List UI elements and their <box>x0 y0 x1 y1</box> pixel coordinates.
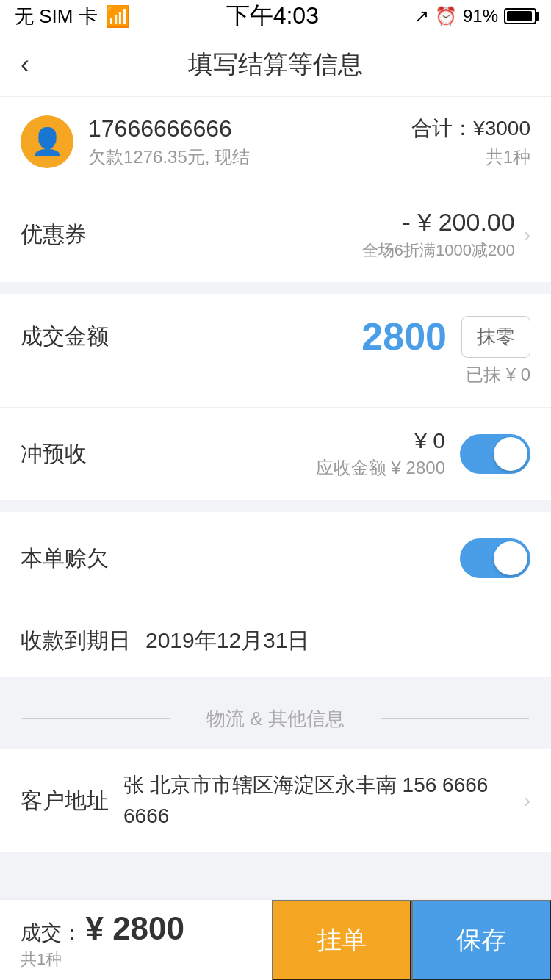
precharge-label: 冲预收 <box>21 439 87 469</box>
user-info-text: 17666666666 欠款1276.35元, 现结 <box>88 115 250 169</box>
precharge-value: ¥ 0 <box>316 428 445 453</box>
user-left: 👤 17666666666 欠款1276.35元, 现结 <box>21 115 250 169</box>
user-info-card: 👤 17666666666 欠款1276.35元, 现结 合计：¥3000 共1… <box>0 97 551 282</box>
location-icon: ↗ <box>414 6 429 26</box>
nav-bar: ‹ 填写结算等信息 <box>0 32 551 97</box>
precharge-amount: ¥ 0 应收金额 ¥ 2800 <box>316 428 445 480</box>
precharge-right: ¥ 0 应收金额 ¥ 2800 <box>316 428 530 480</box>
amount-sub-text: 已抹 ¥ 0 <box>21 363 530 386</box>
deal-count: 共1种 <box>21 948 251 970</box>
address-chevron-icon: › <box>524 789 530 813</box>
save-button[interactable]: 保存 <box>411 900 551 981</box>
amount-right: 2800 抹零 <box>361 314 530 359</box>
status-right: ↗ ⏰ 91% <box>414 6 536 26</box>
section-divider-2 <box>0 500 551 512</box>
coupon-right: - ¥ 200.00 全场6折满1000减200 › <box>362 208 530 262</box>
address-label: 客户地址 <box>21 786 109 816</box>
debt-card: 本单赊欠 收款到期日 2019年12月31日 <box>0 512 551 677</box>
precharge-row: 冲预收 ¥ 0 应收金额 ¥ 2800 <box>0 407 551 500</box>
logistics-section: 物流 & 其他信息 <box>0 688 551 749</box>
due-date-label: 收款到期日 <box>21 626 131 656</box>
precharge-toggle[interactable] <box>460 434 530 474</box>
total-label: 合计：¥3000 <box>411 115 530 143</box>
wifi-icon: 📶 <box>105 4 131 29</box>
bottom-summary: 成交： ¥ 2800 共1种 <box>0 910 272 970</box>
user-info-row: 👤 17666666666 欠款1276.35元, 现结 合计：¥3000 共1… <box>0 97 551 187</box>
amount-value: 2800 <box>361 314 447 359</box>
logistics-line-right <box>381 718 529 719</box>
section-divider-1 <box>0 282 551 294</box>
deal-amount: ¥ 2800 <box>85 910 184 946</box>
battery-percent: 91% <box>463 6 498 26</box>
coupon-amount: - ¥ 200.00 <box>362 208 515 237</box>
amount-section: 成交金额 2800 抹零 已抹 ¥ 0 <box>0 294 551 407</box>
debt-toggle-circle <box>494 541 527 575</box>
page-title: 填写结算等信息 <box>188 48 363 82</box>
deal-label: 成交： <box>21 921 82 944</box>
coupon-desc: 全场6折满1000减200 <box>362 239 515 262</box>
carrier-text: 无 SIM 卡 <box>15 4 98 29</box>
bottom-deal-row: 成交： ¥ 2800 <box>21 910 251 947</box>
toggle-circle <box>494 437 527 471</box>
battery-icon <box>504 8 536 24</box>
round-button[interactable]: 抹零 <box>461 316 530 358</box>
hold-button[interactable]: 挂单 <box>272 900 411 981</box>
user-sub-text: 欠款1276.35元, 现结 <box>88 145 250 169</box>
due-date-row: 收款到期日 2019年12月31日 <box>0 605 551 677</box>
amount-row: 成交金额 2800 抹零 <box>21 314 530 359</box>
amount-label: 成交金额 <box>21 322 109 352</box>
debt-label: 本单赊欠 <box>21 544 109 574</box>
address-row[interactable]: 客户地址 张 北京市市辖区海淀区永丰南 156 6666 6666 › <box>0 749 551 852</box>
status-bar: 无 SIM 卡 📶 下午4:03 ↗ ⏰ 91% <box>0 0 551 32</box>
status-time: 下午4:03 <box>226 0 319 32</box>
debt-row: 本单赊欠 <box>0 512 551 605</box>
user-total: 合计：¥3000 共1种 <box>411 115 530 169</box>
section-divider-3 <box>0 677 551 688</box>
status-left: 无 SIM 卡 📶 <box>15 4 131 29</box>
item-count: 共1种 <box>411 145 530 169</box>
address-card: 客户地址 张 北京市市辖区海淀区永丰南 156 6666 6666 › <box>0 749 551 852</box>
alarm-icon: ⏰ <box>435 6 457 26</box>
debt-toggle[interactable] <box>460 538 530 578</box>
bottom-bar: 成交： ¥ 2800 共1种 挂单 保存 <box>0 899 551 980</box>
due-date-value: 2019年12月31日 <box>145 626 309 656</box>
coupon-row[interactable]: 优惠券 - ¥ 200.00 全场6折满1000减200 › <box>0 187 551 282</box>
coupon-label: 优惠券 <box>21 220 87 250</box>
user-phone: 17666666666 <box>88 115 250 143</box>
chevron-right-icon: › <box>524 223 530 247</box>
coupon-discount: - ¥ 200.00 全场6折满1000减200 <box>362 208 515 262</box>
logistics-title: 物流 & 其他信息 <box>206 706 345 732</box>
back-button[interactable]: ‹ <box>21 49 29 80</box>
precharge-sub: 应收金额 ¥ 2800 <box>316 456 445 480</box>
amount-card: 成交金额 2800 抹零 已抹 ¥ 0 冲预收 ¥ 0 应收金额 ¥ 2800 <box>0 294 551 500</box>
address-value: 张 北京市市辖区海淀区永丰南 156 6666 6666 <box>123 770 524 832</box>
logistics-line-left <box>22 718 170 719</box>
avatar: 👤 <box>21 115 73 168</box>
